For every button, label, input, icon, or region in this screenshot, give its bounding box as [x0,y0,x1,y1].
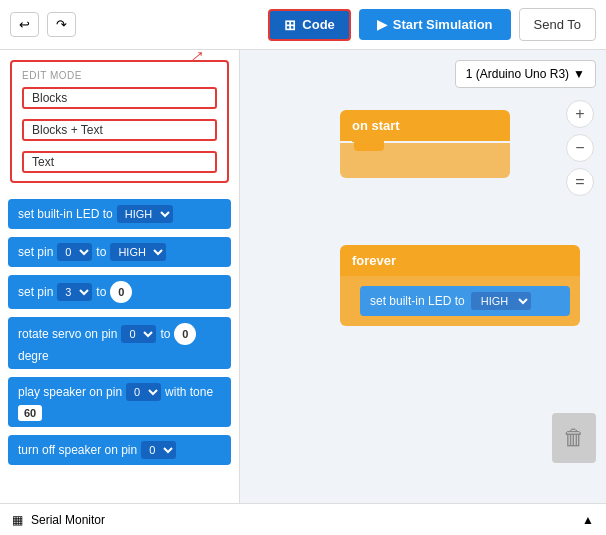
edit-mode-blocks-text[interactable]: Blocks + Text [22,119,217,141]
forever-label: forever [352,253,396,268]
bottom-bar: ▦ Serial Monitor ▲ [0,503,606,535]
undo-button[interactable]: ↩ [10,12,39,37]
inner-led-dropdown[interactable]: HIGHLOW [471,292,531,310]
sim-play-icon: ▶ [377,17,387,32]
block-set-builtin-led[interactable]: set built-in LED to HIGHLOW [8,199,231,229]
forever-block[interactable]: forever set built-in LED to HIGHLOW [340,245,580,326]
edit-mode-label: EDIT MODE [22,70,217,81]
start-simulation-button[interactable]: ▶ Start Simulation [359,9,511,40]
toolbar: ↩ ↷ ⊞ Code ▶ Start Simulation Send To [0,0,606,50]
pin0-dropdown[interactable]: 0123 [57,243,92,261]
block-set-pin-value[interactable]: set pin 3012 to 0 [8,275,231,309]
sim-label: Start Simulation [393,17,493,32]
device-label: 1 (Arduino Uno R3) [466,67,569,81]
edit-mode-text[interactable]: Text [22,151,217,173]
tone-value: 60 [18,405,42,421]
block-turn-off-speaker[interactable]: turn off speaker on pin 012 [8,435,231,465]
serial-monitor-label: Serial Monitor [31,513,105,527]
pin-value-circle: 0 [110,281,132,303]
edit-mode-blocks[interactable]: Blocks [22,87,217,109]
speaker-off-pin-dropdown[interactable]: 012 [141,441,176,459]
redo-icon: ↷ [56,17,67,32]
inner-led-block[interactable]: set built-in LED to HIGHLOW [360,286,570,316]
block-set-pin-high[interactable]: set pin 0123 to HIGHLOW [8,237,231,267]
block-rotate-servo[interactable]: rotate servo on pin 0123 to 0 degre [8,317,231,369]
code-button[interactable]: ⊞ Code [268,9,351,41]
zoom-controls: + − = [566,100,594,196]
arrow-indicator: → [182,50,212,71]
zoom-out-button[interactable]: − [566,134,594,162]
block-play-speaker[interactable]: play speaker on pin 012 with tone 60 [8,377,231,427]
code-icon: ⊞ [284,17,296,33]
send-to-button[interactable]: Send To [519,8,596,41]
serial-monitor-chevron[interactable]: ▲ [582,513,594,527]
zoom-in-button[interactable]: + [566,100,594,128]
device-chevron: ▼ [573,67,585,81]
main-area: EDIT MODE Blocks Blocks + Text Text → se… [0,50,606,503]
undo-icon: ↩ [19,17,30,32]
zoom-fit-button[interactable]: = [566,168,594,196]
servo-pin-dropdown[interactable]: 0123 [121,325,156,343]
redo-button[interactable]: ↷ [47,12,76,37]
speaker-pin-dropdown[interactable]: 012 [126,383,161,401]
led-state-dropdown[interactable]: HIGHLOW [117,205,173,223]
pin3-dropdown[interactable]: 3012 [57,283,92,301]
device-selector[interactable]: 1 (Arduino Uno R3) ▼ [455,60,596,88]
forever-body: set built-in LED to HIGHLOW [340,276,580,326]
sendto-label: Send To [534,17,581,32]
blocks-list: set built-in LED to HIGHLOW set pin 0123… [0,193,239,471]
inner-block-label: set built-in LED to [370,294,465,308]
on-start-header: on start [340,110,510,141]
trash-icon[interactable]: 🗑 [552,413,596,463]
on-start-block[interactable]: on start [340,110,510,178]
servo-angle-value: 0 [174,323,196,345]
serial-monitor-icon: ▦ [12,513,23,527]
pin-state-dropdown[interactable]: HIGHLOW [110,243,166,261]
left-panel: EDIT MODE Blocks Blocks + Text Text → se… [0,50,240,503]
on-start-body [340,143,510,178]
canvas-area: 1 (Arduino Uno R3) ▼ on start forever se… [240,50,606,503]
code-label: Code [302,17,335,32]
forever-header: forever [340,245,580,276]
edit-mode-dropdown[interactable]: EDIT MODE Blocks Blocks + Text Text → [10,60,229,183]
